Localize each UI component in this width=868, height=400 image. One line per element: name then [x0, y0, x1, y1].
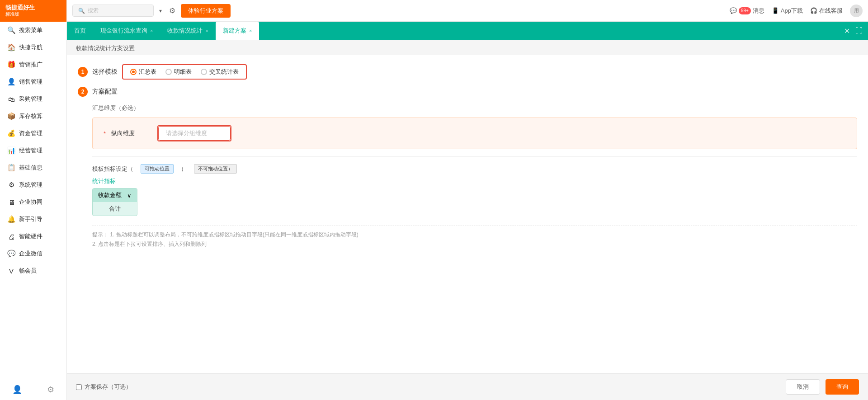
sidebar-label-capital: 资金管理 — [19, 129, 42, 137]
online-support-button[interactable]: 🎧 在线客服 — [810, 7, 843, 15]
tab-bank-flow-label: 现金银行流水查询 — [100, 27, 147, 35]
close-window-icon[interactable]: ✕ — [844, 27, 850, 35]
step1-num: 1 — [81, 69, 85, 75]
draggable-badge: 可拖动位置 — [141, 164, 174, 174]
query-button[interactable]: 查询 — [826, 379, 859, 395]
sidebar-item-sales[interactable]: 👤销售管理 — [0, 73, 66, 90]
breadcrumb: 收款情况统计方案设置 — [76, 45, 135, 52]
radio-summary-label: 汇总表 — [139, 68, 156, 76]
new-guide-icon: 🔔 — [7, 215, 15, 223]
sidebar-item-quick-nav[interactable]: 🏠快捷导航 — [0, 39, 66, 56]
radio-cross[interactable]: 交叉统计表 — [201, 68, 239, 76]
sidebar-item-marketing[interactable]: 🎁营销推广 — [0, 56, 66, 73]
trial-button[interactable]: 体验行业方案 — [181, 4, 231, 18]
expand-icon[interactable]: ⛶ — [855, 27, 863, 35]
topbar-dropdown[interactable]: ▾ — [159, 8, 162, 14]
footer-actions: 取消 查询 — [786, 379, 859, 395]
sidebar-label-operations: 经营管理 — [19, 146, 42, 155]
radio-summary[interactable]: 汇总表 — [130, 68, 156, 76]
inventory-icon: 📦 — [7, 112, 15, 120]
radio-detail[interactable]: 明细表 — [165, 68, 192, 76]
sidebar-item-member[interactable]: V畅会员 — [0, 262, 66, 279]
search-icon: 🔍 — [78, 8, 85, 14]
metric-header: 模板指标设定（ 可拖动位置 ） 不可拖动位置） — [92, 164, 857, 174]
save-plan-checkbox[interactable]: 方案保存（可选） — [76, 383, 132, 391]
cancel-button[interactable]: 取消 — [786, 379, 820, 395]
logo-sub: 标准版 — [5, 11, 35, 18]
tabs-actions: ✕ ⛶ — [839, 27, 868, 35]
sidebar-item-basic-info[interactable]: 📋基础信息 — [0, 159, 66, 176]
save-plan-label: 方案保存（可选） — [85, 383, 132, 391]
content-area: 收款情况统计方案设置 1 选择模板 汇总表 明细表 — [67, 40, 868, 400]
sidebar-bottom-settings[interactable]: ⚙ — [45, 383, 56, 396]
page-body: 1 选择模板 汇总表 明细表 交叉统计表 — [67, 55, 868, 373]
search-menu-icon: 🔍 — [7, 26, 15, 34]
template-selector-box: 汇总表 明细表 交叉统计表 — [122, 64, 247, 80]
tab-new-plan-label: 新建方案 — [223, 27, 246, 35]
operations-icon: 📊 — [7, 146, 15, 155]
sidebar-item-corp-collab[interactable]: 🖥企业协同 — [0, 193, 66, 211]
sidebar-item-new-guide[interactable]: 🔔新手引导 — [0, 211, 66, 228]
tab-collection-stats[interactable]: 收款情况统计 × — [160, 22, 215, 40]
required-star: * — [104, 130, 106, 137]
sidebar-item-inventory[interactable]: 📦库存核算 — [0, 108, 66, 125]
sidebar-label-quick-nav: 快捷导航 — [19, 43, 42, 52]
dimension-input[interactable]: 请选择分组维度 — [158, 126, 231, 141]
sidebar-item-system[interactable]: ⚙系统管理 — [0, 176, 66, 193]
topbar: 🔍 搜索 ▾ ⚙ 体验行业方案 💬 99+ 消息 📱 App下载 🎧 在线客服 … — [67, 0, 868, 22]
sidebar-bottom-user[interactable]: 👤 — [10, 383, 24, 396]
sidebar-label-inventory: 库存核算 — [19, 112, 42, 120]
tips-section: 提示： 1. 拖动标题栏可以调整布局，不可跨维度或指标区域拖动目字段(只能在同一… — [92, 225, 857, 255]
config-content: 汇总维度（必选） * 纵向维度 —— 请选择分组维度 模板指标设 — [78, 104, 857, 255]
save-plan-checkbox-input[interactable] — [76, 384, 82, 390]
sidebar: 畅捷通好生 标准版 🔍搜索菜单🏠快捷导航🎁营销推广👤销售管理🛍采购管理📦库存核算… — [0, 0, 67, 400]
sidebar-item-purchase[interactable]: 🛍采购管理 — [0, 90, 66, 108]
radio-cross-label: 交叉统计表 — [209, 68, 239, 76]
tab-bank-flow[interactable]: 现金银行流水查询 × — [93, 22, 160, 40]
purchase-icon: 🛍 — [7, 95, 15, 103]
sidebar-item-operations[interactable]: 📊经营管理 — [0, 142, 66, 159]
tab-home[interactable]: 首页 — [67, 22, 93, 40]
tab-home-label: 首页 — [74, 27, 86, 35]
step2-row: 2 方案配置 — [78, 87, 857, 97]
system-icon: ⚙ — [7, 181, 15, 189]
non-draggable-badge: 不可拖动位置） — [194, 164, 237, 174]
tab-collection-stats-close-icon[interactable]: × — [205, 28, 208, 33]
tab-bank-flow-close-icon[interactable]: × — [150, 28, 153, 33]
sidebar-label-member: 畅会员 — [19, 267, 37, 275]
sidebar-label-basic-info: 基础信息 — [19, 164, 42, 172]
step2-label: 方案配置 — [92, 88, 118, 96]
sidebar-item-corp-wechat[interactable]: 💬企业微信 — [0, 245, 66, 262]
online-support-label: 在线客服 — [819, 7, 843, 15]
dropdown-chevron-icon: ▾ — [159, 8, 162, 14]
app-icon: 📱 — [772, 7, 779, 14]
metric-card-header[interactable]: 收款金额 ∨ — [93, 188, 137, 202]
logo-text: 畅捷通好生 — [5, 4, 35, 11]
step1-row: 1 选择模板 汇总表 明细表 交叉统计表 — [78, 64, 857, 80]
gear-icon[interactable]: ⚙ — [169, 6, 175, 15]
tab-new-plan[interactable]: 新建方案 × — [216, 22, 259, 40]
sidebar-item-smart-hw[interactable]: 🖨智能硬件 — [0, 228, 66, 245]
sidebar-item-search-menu[interactable]: 🔍搜索菜单 — [0, 22, 66, 39]
app-download-label: App下载 — [781, 7, 803, 15]
sidebar-item-capital[interactable]: 💰资金管理 — [0, 125, 66, 142]
headset-icon: 🎧 — [810, 7, 817, 14]
corp-collab-icon: 🖥 — [7, 198, 15, 206]
tab-new-plan-close-icon[interactable]: × — [249, 28, 252, 33]
search-box[interactable]: 🔍 搜索 — [72, 5, 154, 17]
sidebar-label-corp-collab: 企业协同 — [19, 198, 42, 206]
dimension-section-label: 汇总维度（必选） — [92, 104, 857, 112]
divider1 — [92, 156, 857, 157]
capital-icon: 💰 — [7, 129, 15, 137]
dimension-name-label: 纵向维度 — [111, 129, 135, 137]
sidebar-label-purchase: 采购管理 — [19, 95, 42, 103]
metric-separator: ） — [181, 165, 187, 173]
page-header: 收款情况统计方案设置 — [67, 40, 868, 55]
avatar[interactable]: 用 — [850, 5, 863, 17]
app-download-button[interactable]: 📱 App下载 — [772, 7, 803, 15]
sidebar-label-new-guide: 新手引导 — [19, 215, 42, 223]
message-button[interactable]: 💬 99+ 消息 — [730, 7, 764, 15]
sidebar-label-sales: 销售管理 — [19, 78, 42, 86]
dimension-arrow: —— — [140, 130, 152, 137]
settings-icon: ⚙ — [47, 385, 54, 395]
